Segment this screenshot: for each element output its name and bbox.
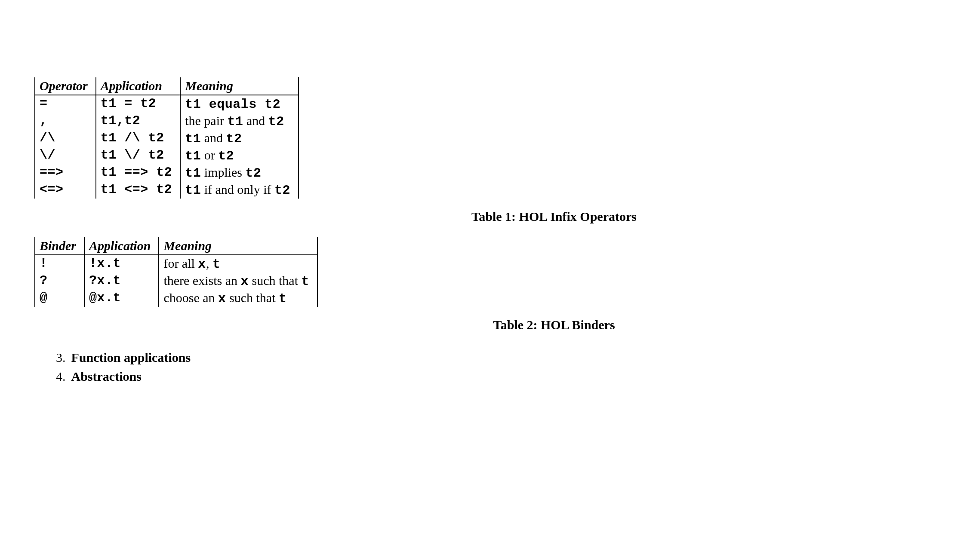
table-row: ==> t1 ==> t2 t1 implies t2 bbox=[35, 164, 299, 181]
table-row: /\ t1 /\ t2 t1 and t2 bbox=[35, 130, 299, 147]
document-page: Operator Application Meaning = t1 = t2 t… bbox=[0, 0, 979, 405]
operator-cell: \/ bbox=[35, 147, 96, 164]
meaning-cell: choose an x such that t bbox=[159, 290, 317, 307]
table-row: ! !x.t for all x, t bbox=[35, 255, 318, 272]
table2-header-application: Application bbox=[84, 237, 159, 255]
application-cell: ?x.t bbox=[84, 272, 159, 290]
application-cell: @x.t bbox=[84, 290, 159, 307]
meaning-cell: t1 implies t2 bbox=[180, 164, 299, 181]
table-row: = t1 = t2 t1 equals t2 bbox=[35, 95, 299, 113]
table2-caption: Table 2: HOL Binders bbox=[34, 317, 945, 333]
application-cell: t1 \/ t2 bbox=[96, 147, 181, 164]
table-infix-operators: Operator Application Meaning = t1 = t2 t… bbox=[34, 77, 299, 199]
list-text: Abstractions bbox=[71, 369, 142, 383]
table-row: \/ t1 \/ t2 t1 or t2 bbox=[35, 147, 299, 164]
table1-caption: Table 1: HOL Infix Operators bbox=[34, 209, 945, 224]
meaning-cell: t1 if and only if t2 bbox=[180, 181, 299, 199]
binder-cell: ? bbox=[35, 272, 84, 290]
binder-cell: ! bbox=[35, 255, 84, 272]
enumerated-list: 3. Function applications 4. Abstractions bbox=[56, 350, 945, 384]
list-number: 4. bbox=[56, 369, 68, 384]
list-number: 3. bbox=[56, 350, 68, 365]
operator-cell: /\ bbox=[35, 130, 96, 147]
table-row: , t1,t2 the pair t1 and t2 bbox=[35, 113, 299, 130]
table1-header-row: Operator Application Meaning bbox=[35, 77, 299, 95]
meaning-cell: t1 and t2 bbox=[180, 130, 299, 147]
meaning-cell: t1 or t2 bbox=[180, 147, 299, 164]
operator-cell: ==> bbox=[35, 164, 96, 181]
table2-header-meaning: Meaning bbox=[159, 237, 317, 255]
application-cell: t1 = t2 bbox=[96, 95, 181, 113]
application-cell: t1,t2 bbox=[96, 113, 181, 130]
table-row: @ @x.t choose an x such that t bbox=[35, 290, 318, 307]
table1-header-operator: Operator bbox=[35, 77, 96, 95]
meaning-cell: the pair t1 and t2 bbox=[180, 113, 299, 130]
application-cell: t1 /\ t2 bbox=[96, 130, 181, 147]
meaning-cell: for all x, t bbox=[159, 255, 317, 272]
table-row: ? ?x.t there exists an x such that t bbox=[35, 272, 318, 290]
operator-cell: = bbox=[35, 95, 96, 113]
table-row: <=> t1 <=> t2 t1 if and only if t2 bbox=[35, 181, 299, 199]
table2-header-row: Binder Application Meaning bbox=[35, 237, 318, 255]
application-cell: t1 <=> t2 bbox=[96, 181, 181, 199]
operator-cell: , bbox=[35, 113, 96, 130]
table2-header-binder: Binder bbox=[35, 237, 84, 255]
table1-header-application: Application bbox=[96, 77, 181, 95]
list-item: 3. Function applications bbox=[56, 350, 945, 365]
table2-right-border bbox=[317, 237, 318, 255]
list-text: Function applications bbox=[71, 350, 191, 364]
table1-header-meaning: Meaning bbox=[180, 77, 299, 95]
meaning-cell: there exists an x such that t bbox=[159, 272, 317, 290]
list-item: 4. Abstractions bbox=[56, 369, 945, 384]
operator-cell: <=> bbox=[35, 181, 96, 199]
meaning-cell: t1 equals t2 bbox=[180, 95, 299, 113]
application-cell: !x.t bbox=[84, 255, 159, 272]
table-binders: Binder Application Meaning ! !x.t for al… bbox=[34, 237, 318, 307]
binder-cell: @ bbox=[35, 290, 84, 307]
application-cell: t1 ==> t2 bbox=[96, 164, 181, 181]
table1-right-border bbox=[299, 77, 299, 95]
